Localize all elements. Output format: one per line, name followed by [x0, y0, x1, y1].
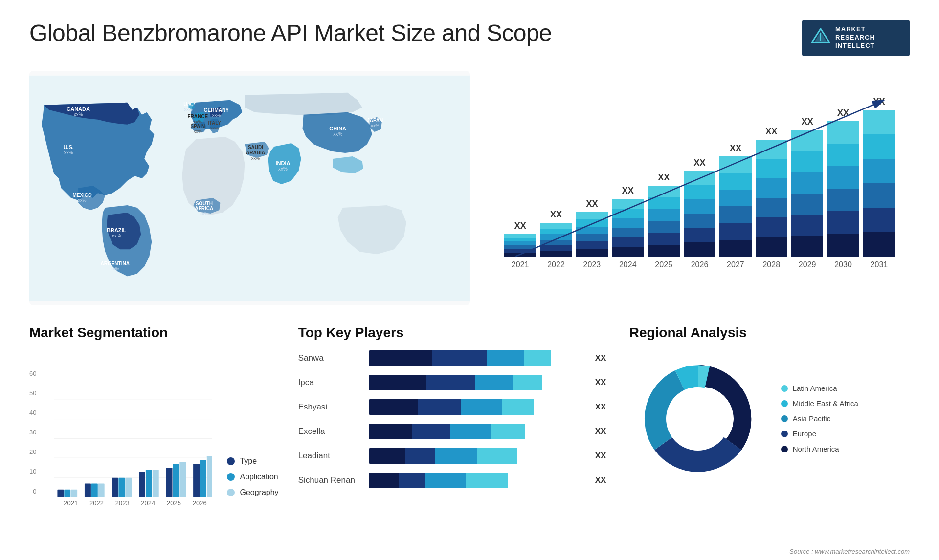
bar-column-2026: XX [684, 158, 715, 257]
svg-text:ITALY: ITALY [208, 120, 222, 126]
bar-top-label-2031: XX [873, 97, 885, 107]
player-value: XX [595, 353, 610, 363]
geography-dot [227, 489, 235, 496]
reg-dot [781, 415, 788, 422]
player-name: Eshyasi [298, 402, 362, 412]
svg-text:ARABIA: ARABIA [246, 150, 265, 155]
regional-section: Regional Analysis [629, 325, 910, 530]
seg-grid [54, 380, 212, 499]
bar-top-label-2026: XX [694, 158, 706, 168]
map-svg: CANADA xx% U.S. xx% MEXICO xx% BRAZIL xx… [29, 71, 470, 305]
bar-year-2023: 2023 [576, 260, 608, 269]
reg-label: North America [793, 445, 839, 453]
bar-top-label-2023: XX [586, 199, 598, 209]
player-name: Excella [298, 427, 362, 436]
svg-text:FRANCE: FRANCE [188, 114, 208, 119]
growth-chart: XXXXXXXXXXXXXXXXXXXXXX 20212022202320242… [490, 71, 910, 305]
bar-chart-wrapper: XXXXXXXXXXXXXXXXXXXXXX 20212022202320242… [499, 90, 900, 276]
player-value: XX [595, 427, 610, 436]
svg-text:xx%: xx% [64, 150, 73, 155]
player-name: Sanwa [298, 353, 362, 363]
svg-rect-49 [91, 484, 98, 497]
regional-content: Latin AmericaMiddle East & AfricaAsia Pa… [629, 350, 910, 487]
legend-type: Type [227, 457, 278, 466]
legend-application: Application [227, 473, 278, 481]
svg-text:AFRICA: AFRICA [195, 206, 213, 211]
reg-label: Latin America [793, 384, 837, 392]
seg-legend: Type Application Geography [227, 457, 278, 507]
svg-text:INDIA: INDIA [276, 160, 291, 166]
segmentation-title: Market Segmentation [29, 325, 279, 341]
player-bar [369, 473, 583, 488]
player-bar [369, 448, 583, 464]
application-dot [227, 473, 235, 481]
svg-text:xx%: xx% [74, 112, 83, 117]
player-bar [369, 399, 583, 415]
seg-y-axis: 60 50 40 30 20 10 0 [29, 370, 39, 507]
svg-rect-52 [119, 478, 125, 497]
player-row-sichuan-renan: Sichuan RenanXX [298, 473, 610, 488]
header: Global Benzbromarone API Market Size and… [29, 20, 910, 56]
bar-year-2025: 2025 [648, 260, 679, 269]
reg-legend-item: Middle East & Africa [781, 399, 858, 408]
bar-top-label-2022: XX [550, 210, 562, 220]
reg-dot [781, 385, 788, 392]
seg-bars-container: 2021 2022 2023 2024 2025 2026 [54, 380, 212, 507]
svg-text:xx%: xx% [371, 123, 379, 128]
bar-top-label-2027: XX [730, 143, 741, 153]
players-list: SanwaXXIpcaXXEshyasiXXExcellaXXLeadiantX… [298, 350, 610, 488]
player-value: XX [595, 402, 610, 412]
svg-rect-61 [200, 460, 206, 497]
bar-year-2021: 2021 [504, 260, 536, 269]
page-title: Global Benzbromarone API Market Size and… [29, 20, 552, 46]
svg-rect-54 [139, 472, 145, 497]
svg-text:SPAIN: SPAIN [190, 124, 205, 129]
svg-text:xx%: xx% [111, 266, 119, 271]
type-dot [227, 457, 235, 465]
svg-text:U.K.: U.K. [183, 101, 193, 107]
svg-text:MEXICO: MEXICO [72, 193, 92, 198]
svg-text:ARGENTINA: ARGENTINA [100, 261, 129, 266]
player-row-excella: ExcellaXX [298, 424, 610, 439]
svg-text:xx%: xx% [333, 131, 342, 137]
player-value: XX [595, 378, 610, 388]
bar-column-2022: XX [540, 210, 572, 256]
svg-rect-46 [65, 490, 71, 497]
player-value: XX [595, 475, 610, 485]
player-name: Ipca [298, 378, 362, 388]
regional-legend: Latin AmericaMiddle East & AfricaAsia Pa… [781, 384, 858, 453]
seg-chart-area: 60 50 40 30 20 10 0 [29, 350, 279, 507]
reg-dot [781, 431, 788, 437]
player-row-ipca: IpcaXX [298, 375, 610, 390]
top-section: CANADA xx% U.S. xx% MEXICO xx% BRAZIL xx… [29, 71, 910, 305]
bar-year-2030: 2030 [827, 260, 859, 269]
bar-column-2031: XX [863, 97, 895, 257]
bar-year-2022: 2022 [540, 260, 572, 269]
svg-text:xx%: xx% [212, 113, 221, 118]
bar-column-2028: XX [756, 127, 787, 257]
reg-label: Middle East & Africa [793, 399, 858, 408]
svg-text:SAUDI: SAUDI [248, 145, 263, 150]
svg-point-63 [666, 387, 730, 451]
svg-text:CHINA: CHINA [329, 126, 346, 131]
bar-top-label-2024: XX [622, 186, 634, 196]
svg-rect-45 [58, 490, 64, 497]
svg-text:xx%: xx% [112, 233, 121, 238]
svg-text:xx%: xx% [78, 198, 87, 203]
svg-rect-59 [180, 462, 186, 497]
svg-rect-60 [194, 464, 200, 497]
bar-year-2026: 2026 [684, 260, 715, 269]
reg-dot [781, 446, 788, 452]
type-label: Type [240, 457, 257, 466]
bar-top-label-2030: XX [837, 108, 849, 118]
key-players-title: Top Key Players [298, 325, 610, 341]
seg-x-labels: 2021 2022 2023 2024 2025 2026 [54, 499, 212, 507]
bar-columns: XXXXXXXXXXXXXXXXXXXXXX [499, 90, 900, 257]
geography-label: Geography [240, 488, 278, 497]
player-bar [369, 375, 583, 390]
bar-column-2021: XX [504, 221, 536, 257]
segmentation-section: Market Segmentation 60 50 40 30 20 10 0 [29, 325, 279, 530]
svg-rect-48 [85, 484, 91, 497]
bar-column-2024: XX [612, 186, 644, 257]
svg-text:xx%: xx% [210, 126, 219, 130]
